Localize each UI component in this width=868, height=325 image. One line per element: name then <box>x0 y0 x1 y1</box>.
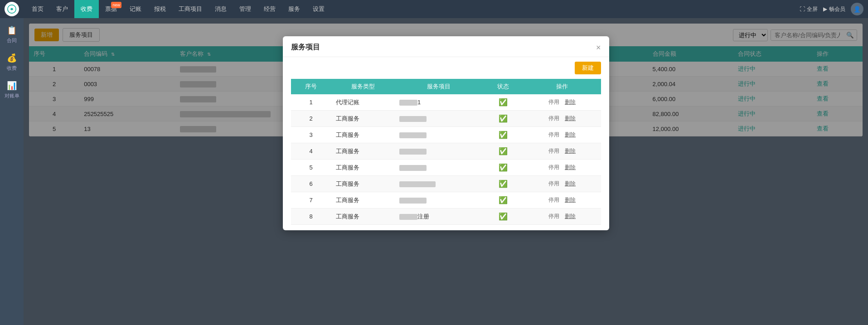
stop-button[interactable]: 停用 <box>547 114 561 123</box>
delete-button[interactable]: 删除 <box>563 179 577 189</box>
fullscreen-btn[interactable]: ⛶ 全屏 <box>800 5 818 13</box>
cell-status: ✅ <box>483 94 524 111</box>
delete-button[interactable]: 删除 <box>563 97 577 107</box>
sidebar-label-duizhangdan: 对账单 <box>5 92 19 99</box>
cell-status: ✅ <box>483 160 524 176</box>
cell-item <box>395 160 483 176</box>
logo <box>5 2 19 16</box>
modal-title: 服务项目 <box>291 43 320 52</box>
nav-item-jingying[interactable]: 经营 <box>257 0 282 18</box>
modal-col-status: 状态 <box>483 79 524 94</box>
nav-item-fuwu[interactable]: 服务 <box>282 0 306 18</box>
stop-button[interactable]: 停用 <box>547 212 561 221</box>
modal-body: 序号 服务类型 服务项目 状态 操作 1 代理记账 1 ✅ 停用 删除 <box>283 79 609 230</box>
cell-type: 工商服务 <box>331 192 395 209</box>
delete-button[interactable]: 删除 <box>563 163 577 172</box>
new-badge: new <box>111 2 121 8</box>
delete-button[interactable]: 删除 <box>563 114 577 123</box>
cell-status: ✅ <box>483 143 524 160</box>
stop-button[interactable]: 停用 <box>547 195 561 205</box>
cell-type: 工商服务 <box>331 127 395 143</box>
nav-item-shezhi[interactable]: 设置 <box>306 0 331 18</box>
sidebar-item-duizhangdan[interactable]: 📊 对账单 <box>0 77 24 103</box>
fee-icon: 💰 <box>7 53 17 63</box>
table-row: 2 工商服务 ✅ 停用 删除 <box>291 111 601 127</box>
stop-button[interactable]: 停用 <box>547 97 561 107</box>
nav-item-xiaoxi[interactable]: 消息 <box>209 0 233 18</box>
stop-button[interactable]: 停用 <box>547 163 561 172</box>
nav-item-jizhang[interactable]: 记账 <box>123 0 148 18</box>
cell-type: 工商服务 <box>331 143 395 160</box>
delete-button[interactable]: 删除 <box>563 146 577 156</box>
cell-item: 1 <box>395 94 483 111</box>
stop-button[interactable]: 停用 <box>547 179 561 189</box>
fullscreen-icon: ⛶ <box>800 6 805 12</box>
fullscreen-label: 全屏 <box>807 5 818 13</box>
nav-item-gongshang[interactable]: 工商项目 <box>172 0 209 18</box>
nav-item-guanli[interactable]: 管理 <box>233 0 257 18</box>
cell-type: 工商服务 <box>331 209 395 225</box>
modal-col-item: 服务项目 <box>395 79 483 94</box>
table-row: 7 工商服务 ✅ 停用 删除 <box>291 192 601 209</box>
cell-no: 1 <box>291 94 331 111</box>
modal-close-button[interactable]: × <box>596 44 601 52</box>
member-icon: ▶ <box>823 6 827 12</box>
delete-button[interactable]: 删除 <box>563 130 577 140</box>
cell-action: 停用 删除 <box>524 160 601 176</box>
cell-status: ✅ <box>483 176 524 192</box>
cell-type: 工商服务 <box>331 176 395 192</box>
cell-action: 停用 删除 <box>524 94 601 111</box>
sidebar-label-shoufei: 收费 <box>7 65 17 72</box>
sidebar-item-hetong[interactable]: 📋 合同 <box>0 22 24 48</box>
nav-item-client[interactable]: 客户 <box>50 0 74 18</box>
avatar[interactable]: 👤 <box>851 3 863 15</box>
cell-status: ✅ <box>483 127 524 143</box>
modal-toolbar: 新建 <box>283 57 609 79</box>
table-row: 6 工商服务 ✅ 停用 删除 <box>291 176 601 192</box>
status-check-icon: ✅ <box>499 147 508 155</box>
cell-no: 5 <box>291 160 331 176</box>
nav-items: 首页 客户 收费 票据 new 记账 报税 工商项目 消息 管理 经营 服务 设… <box>25 0 800 18</box>
nav-item-home[interactable]: 首页 <box>25 0 50 18</box>
stop-button[interactable]: 停用 <box>547 146 561 156</box>
status-check-icon: ✅ <box>499 131 508 139</box>
top-nav: 首页 客户 收费 票据 new 记账 报税 工商项目 消息 管理 经营 服务 设… <box>0 0 868 18</box>
nav-item-baoshui[interactable]: 报税 <box>148 0 172 18</box>
cell-status: ✅ <box>483 111 524 127</box>
sidebar-label-hetong: 合同 <box>7 37 17 44</box>
status-check-icon: ✅ <box>499 164 508 171</box>
cell-no: 3 <box>291 127 331 143</box>
sidebar-item-shoufei[interactable]: 💰 收费 <box>0 49 24 75</box>
status-check-icon: ✅ <box>499 213 508 220</box>
table-row: 4 工商服务 ✅ 停用 删除 <box>291 143 601 160</box>
status-check-icon: ✅ <box>499 115 508 122</box>
cell-type: 代理记账 <box>331 94 395 111</box>
nav-item-shoufei[interactable]: 收费 <box>74 0 99 18</box>
cell-type: 工商服务 <box>331 160 395 176</box>
cell-action: 停用 删除 <box>524 209 601 225</box>
cell-no: 8 <box>291 209 331 225</box>
stop-button[interactable]: 停用 <box>547 130 561 140</box>
cell-type: 工商服务 <box>331 111 395 127</box>
status-check-icon: ✅ <box>499 196 508 204</box>
modal-new-button[interactable]: 新建 <box>575 62 601 74</box>
cell-action: 停用 删除 <box>524 111 601 127</box>
delete-button[interactable]: 删除 <box>563 195 577 205</box>
cell-action: 停用 删除 <box>524 127 601 143</box>
nav-item-piao[interactable]: 票据 new <box>99 0 123 18</box>
modal-header: 服务项目 × <box>283 36 609 57</box>
cell-no: 2 <box>291 111 331 127</box>
cell-action: 停用 删除 <box>524 143 601 160</box>
member-btn[interactable]: ▶ 畅会员 <box>823 5 845 13</box>
delete-button[interactable]: 删除 <box>563 212 577 221</box>
table-row: 8 工商服务 注册 ✅ 停用 删除 <box>291 209 601 225</box>
status-check-icon: ✅ <box>499 180 508 188</box>
cell-item <box>395 192 483 209</box>
cell-item <box>395 111 483 127</box>
modal-overlay: 服务项目 × 新建 序号 服务类型 服务项目 状态 <box>24 18 868 325</box>
contract-icon: 📋 <box>7 25 17 35</box>
cell-item <box>395 143 483 160</box>
member-label: 畅会员 <box>829 5 845 13</box>
cell-item <box>395 176 483 192</box>
modal-col-no: 序号 <box>291 79 331 94</box>
